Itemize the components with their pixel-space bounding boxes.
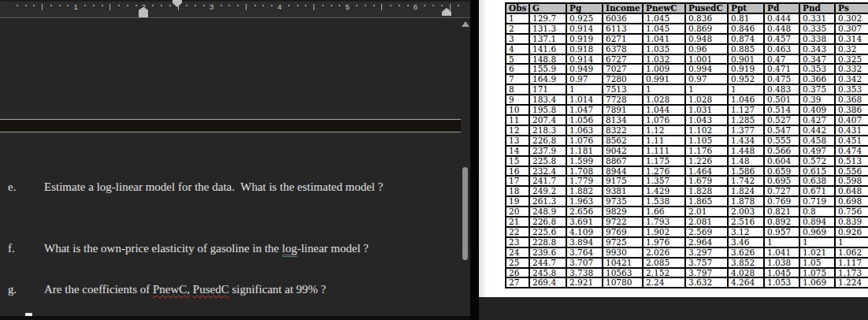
table-header-cell-pd: Pd [764,3,799,13]
table-cell: 3.46 [728,237,764,247]
ruler-tick-dot [59,5,61,6]
table-cell: 1.434 [728,136,764,146]
ruler-tick-dot [67,5,69,6]
ruler-tick-dot [161,5,162,6]
table-cell: 0.615 [799,166,835,177]
ruler-tick-dot [203,5,205,6]
table-cell: 1 [764,237,799,247]
table-cell: 3.297 [685,247,728,258]
table-cell: 0.96 [685,44,728,54]
table-cell: 1.076 [643,115,685,125]
table-cell: 4.264 [728,277,764,288]
table-cell: 1.063 [566,125,603,136]
editor-pane[interactable]: 123456 e.Estimate a log-linear model for… [0,0,470,320]
table-cell: 2.085 [643,258,685,268]
page-edge-shade [479,0,487,297]
table-cell: 0.919 [728,64,764,74]
table-cell: 0.648 [835,186,868,196]
table-cell: 183.4 [529,95,566,105]
table-cell: 0.331 [799,13,835,24]
question-label: f. [8,242,15,255]
table-cell: 0.547 [764,125,799,136]
table-cell: 0.463 [764,44,799,54]
ruler-inch-label: 5 [343,2,352,12]
ruler-tick-dot [254,5,256,6]
table-cell: 164.9 [529,74,566,84]
table-cell: 2 [506,24,529,34]
ruler-tick-dot [195,5,196,6]
table-cell: 10563 [603,268,643,278]
vertical-scrollbar[interactable] [460,18,470,316]
table-cell: 1.076 [566,136,603,146]
table-row: 19261.31.96397351.5381.8651.8780.7690.71… [506,196,868,207]
table-cell: 1.224 [835,277,868,288]
table-cell: 0.475 [764,74,799,84]
table-cell: 1.865 [685,196,728,207]
table-cell: 1.045 [643,24,685,34]
table-row: 11207.41.05681341.0761.0431.2850.5270.42… [506,115,868,125]
table-cell: 1.679 [685,176,728,186]
first-line-indent-marker[interactable] [172,0,182,7]
table-cell: 0.994 [685,64,728,74]
ruler-tick-dot [127,5,128,6]
table-cell: 0.894 [799,217,835,227]
table-cell: 237.9 [529,146,566,156]
table-cell: 0.914 [566,54,603,65]
scrollbar-up-arrow-icon[interactable] [462,21,469,27]
table-cell: 0.353 [835,84,868,95]
table-cell: 7728 [603,95,643,105]
ruler-inch-label: 6 [410,2,420,12]
table-cell: 2.081 [685,217,728,227]
table-row: 21226.83.69197221.7932.0812.5160.8920.89… [506,217,868,227]
table-row: 18249.21.88293811.4291.8281.8240.7270.67… [506,186,868,196]
ruler-tick-dot [237,5,239,6]
table-cell: 9381 [603,186,643,196]
table-cell: 1.48 [728,156,764,166]
table-cell: 0.444 [764,13,799,24]
table-cell: 1.357 [643,176,685,186]
page-sheet: ObsGPgIncomePnewCPusedCPptPdPndPs 1129.7… [479,0,868,297]
table-cell: 226.8 [529,217,566,227]
ruler-tick-dot [102,5,103,6]
ruler-tick-dot [441,5,443,6]
table-cell: 0.442 [799,125,835,136]
horizontal-ruler[interactable]: 123456 [0,0,470,18]
table-cell: 13 [506,136,529,146]
table-pane: ObsGPgIncomePnewCPusedCPptPdPndPs 1129.7… [479,0,868,320]
table-cell: 0.302 [835,13,868,24]
table-header-row: ObsGPgIncomePnewCPusedCPptPdPndPs [506,3,868,13]
ruler-tick-dot [33,5,35,6]
document-canvas[interactable]: e.Estimate a log-linear model for the da… [0,18,460,316]
table-cell: 0.719 [799,196,835,207]
text-segment: -linear model ? [297,242,369,255]
left-indent-marker[interactable] [139,13,148,17]
table-cell: 0.727 [764,186,799,196]
table-cell: 1.976 [643,237,685,247]
table-cell: 1.044 [643,105,685,115]
table-row: 15225.81.59988671.1751.2261.480.6040.572… [506,156,868,166]
table-cell: 0.869 [685,24,728,34]
table-cell: 8 [506,84,529,95]
table-cell: 218.3 [529,125,566,136]
table-cell: 1.041 [643,34,685,44]
table-cell: 0.892 [764,217,799,227]
table-cell: 0.969 [799,227,835,237]
table-cell: 11 [506,115,529,125]
table-cell: 25 [506,258,529,268]
table-cell: 0.991 [643,74,685,84]
table-cell: 27 [506,277,529,288]
table-cell: 3.738 [566,268,603,278]
table-cell: 1.062 [835,247,868,258]
table-cell: 1.824 [728,186,764,196]
ruler-tick-dot [93,5,95,6]
table-header-cell-pusedc: PusedC [685,3,728,13]
table-cell: 0.918 [566,44,603,54]
scrollbar-thumb[interactable] [462,167,468,260]
table-cell: 2.569 [685,227,728,237]
table-cell: 1 [643,84,685,95]
table-cell: 7 [506,74,529,84]
table-cell: 1.963 [566,196,603,207]
table-cell: 0.914 [566,24,603,34]
table-cell: 1.902 [643,227,685,237]
table-cell: 1.05 [799,258,835,268]
